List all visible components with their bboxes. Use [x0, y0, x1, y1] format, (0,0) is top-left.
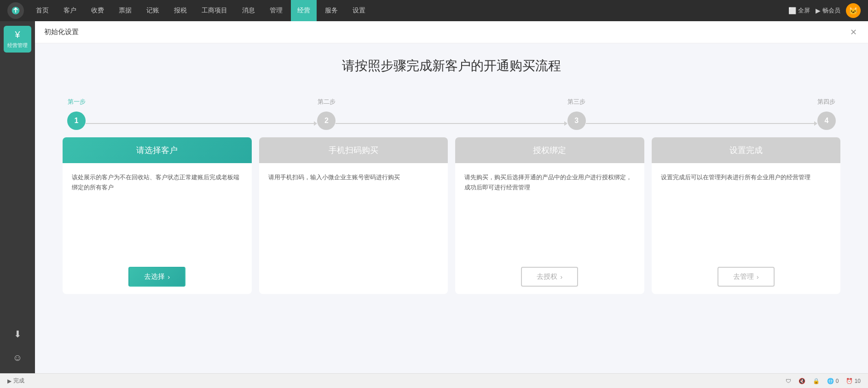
go-select-button[interactable]: 去选择 ›: [128, 267, 185, 287]
nav-tax[interactable]: 报税: [168, 0, 193, 21]
nav-business[interactable]: 工商项目: [195, 0, 234, 21]
card-3-body: 请先购买，购买后选择开通的产品中的企业用户进行授权绑定，成功后即可进行经营管理: [455, 163, 644, 259]
card-2-footer: [259, 279, 448, 294]
step-item-4: 第四步 4: [817, 98, 836, 130]
step-item-3: 第三步 3: [567, 98, 586, 130]
card-4-body: 设置完成后可以在管理列表进行所有企业用户的经营管理: [652, 163, 841, 259]
step-4-circle: 4: [817, 112, 836, 130]
page-header: 初始化设置 ✕: [35, 21, 868, 43]
sidebar-item-label: 经营管理: [7, 42, 28, 49]
step-4-label: 第四步: [817, 98, 835, 106]
steps-and-cards: 第一步 1 第二步 2: [53, 98, 850, 294]
card-step-1: 请选择客户 该处展示的客户为不在回收站、客户状态正常建账后完成老板端绑定的所有客…: [63, 137, 252, 294]
arrow-icon: ›: [168, 273, 170, 281]
card-1-footer: 去选择 ›: [63, 259, 252, 294]
arrow-icon-3: ›: [560, 273, 562, 281]
card-1-header: 请选择客户: [63, 137, 252, 163]
fullscreen-btn[interactable]: ⬜ 全屏: [788, 6, 810, 15]
connector-1-2: [86, 123, 317, 124]
go-authorize-button[interactable]: 去授权 ›: [521, 267, 578, 287]
step-3-label: 第三步: [567, 98, 585, 106]
main-content: 初始化设置 ✕ 请按照步骤完成新客户的开通购买流程 第一步 1: [35, 21, 868, 373]
bottom-bar: ▶ 完成 🛡 🔇 🔒 🌐 0 ⏰ 10: [0, 373, 868, 388]
card-4-header: 设置完成: [652, 137, 841, 163]
nav-manage[interactable]: 管理: [263, 0, 289, 21]
nav-ticket[interactable]: 票据: [112, 0, 138, 21]
step-1-circle: 1: [67, 112, 86, 130]
card-step-4: 设置完成 设置完成后可以在管理列表进行所有企业用户的经营管理 去管理 ›: [652, 137, 841, 294]
operation-icon: ¥: [15, 29, 20, 40]
card-4-footer: 去管理 ›: [652, 259, 841, 294]
nav-right: ⬜ 全屏 ▶ 畅会员 🐱: [788, 3, 861, 18]
nav-message[interactable]: 消息: [236, 0, 261, 21]
close-button[interactable]: ✕: [848, 27, 859, 38]
sidebar: ¥ 经营管理 ⬇ ☺: [0, 21, 35, 373]
step-2-circle: 2: [317, 112, 336, 130]
cards-row: 请选择客户 该处展示的客户为不在回收站、客户状态正常建账后完成老板端绑定的所有客…: [53, 137, 850, 294]
arrow-icon-4: ›: [757, 273, 759, 281]
page-title: 初始化设置: [44, 28, 79, 36]
sidebar-download[interactable]: ⬇: [4, 325, 31, 345]
clock-icon: ⏰ 10: [846, 378, 861, 384]
support-icon: ☺: [13, 353, 22, 363]
step-1-label: 第一步: [68, 98, 86, 106]
card-3-header: 授权绑定: [455, 137, 644, 163]
sidebar-support[interactable]: ☺: [4, 349, 31, 369]
step-item-2: 第二步 2: [317, 98, 336, 130]
user-avatar[interactable]: 🐱: [846, 3, 861, 18]
nav-home[interactable]: 首页: [29, 0, 55, 21]
nav-operation[interactable]: 经营: [291, 0, 317, 21]
volume-icon: 🔇: [799, 378, 805, 384]
content-area: 请按照步骤完成新客户的开通购买流程 第一步 1: [35, 43, 868, 373]
nav-service[interactable]: 服务: [318, 0, 344, 21]
steps-row: 第一步 1 第二步 2: [53, 98, 850, 130]
network-icon: 🌐 0: [827, 378, 839, 384]
nav-fee[interactable]: 收费: [85, 0, 110, 21]
member-btn[interactable]: ▶ 畅会员: [816, 6, 840, 15]
page-headline: 请按照步骤完成新客户的开通购买流程: [53, 57, 850, 75]
nav-settings[interactable]: 设置: [346, 0, 372, 21]
sidebar-bottom: ⬇ ☺: [4, 325, 31, 373]
card-step-2: 手机扫码购买 请用手机扫码，输入小微企业主账号密码进行购买: [259, 137, 448, 294]
nav-customer[interactable]: 客户: [57, 0, 83, 21]
download-icon: ⬇: [14, 329, 22, 340]
sidebar-item-operation[interactable]: ¥ 经营管理: [4, 26, 31, 53]
bottom-right: 🛡 🔇 🔒 🌐 0 ⏰ 10: [786, 378, 861, 384]
shield-icon: 🛡: [786, 378, 791, 384]
step-2-label: 第二步: [318, 98, 336, 106]
connector-3-4: [586, 123, 817, 124]
top-nav: 首页 客户 收费 票据 记账 报税 工商项目 消息 管理 经营 服务 设置 ⬜ …: [0, 0, 868, 21]
lock-icon: 🔒: [813, 378, 820, 384]
step-3-circle: 3: [567, 112, 586, 130]
main-layout: ¥ 经营管理 ⬇ ☺ 初始化设置 ✕ 请按照步骤完成新客户的开通购买流程: [0, 21, 868, 373]
go-manage-button[interactable]: 去管理 ›: [718, 267, 775, 287]
nav-accounting[interactable]: 记账: [140, 0, 166, 21]
app-logo: [7, 2, 24, 19]
step-item-1: 第一步 1: [67, 98, 86, 130]
card-step-3: 授权绑定 请先购买，购买后选择开通的产品中的企业用户进行授权绑定，成功后即可进行…: [455, 137, 644, 294]
play-icon-bottom: ▶ 完成: [7, 377, 24, 385]
connector-2-3: [336, 123, 567, 124]
card-2-body: 请用手机扫码，输入小微企业主账号密码进行购买: [259, 163, 448, 279]
card-2-header: 手机扫码购买: [259, 137, 448, 163]
card-1-body: 该处展示的客户为不在回收站、客户状态正常建账后完成老板端绑定的所有客户: [63, 163, 252, 259]
card-3-footer: 去授权 ›: [455, 259, 644, 294]
